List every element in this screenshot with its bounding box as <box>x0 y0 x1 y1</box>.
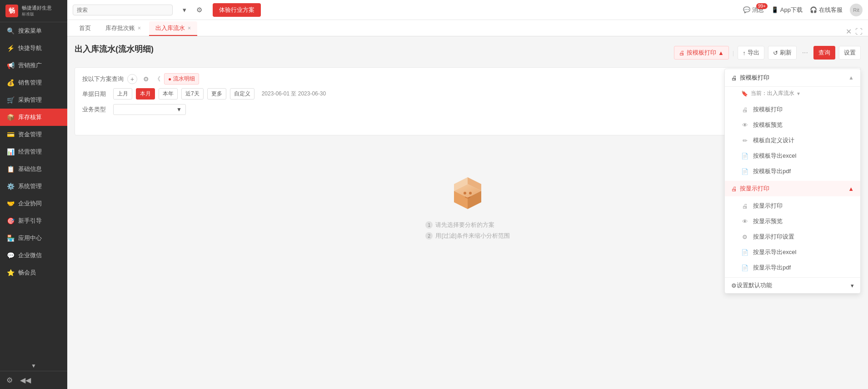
display-print-sub-header[interactable]: 🖨 按显示打印 ▲ <box>725 181 860 196</box>
printer-icon: 🖨 <box>679 50 685 56</box>
date-label: 单据日期 <box>82 90 106 98</box>
industry-btn[interactable]: 体验行业方案 <box>213 3 261 17</box>
lightning-icon: ⚡ <box>6 44 15 52</box>
more-options-btn[interactable]: ··· <box>800 49 810 57</box>
template-preview-icon: 👁 <box>741 121 748 129</box>
template-custom-item[interactable]: ✏ 模板自定义设计 <box>725 133 860 148</box>
sidebar-item-appcenter[interactable]: 🏪 应用中心 <box>0 229 67 247</box>
sidebar-item-inventory[interactable]: 📦 库存核算 <box>0 109 67 126</box>
basic-icon: 📋 <box>6 165 15 173</box>
template-pdf-icon: 📄 <box>741 168 748 175</box>
logo-text: 畅捷通好生意 <box>22 5 52 11</box>
sidebar-item-system[interactable]: ⚙️ 系统管理 <box>0 178 67 195</box>
sidebar-item-purchase[interactable]: 🛒 采购管理 <box>0 91 67 109</box>
wechat-icon: 💬 <box>6 251 15 259</box>
settings-icon[interactable]: ⚙ <box>193 4 205 16</box>
template-export-excel-item[interactable]: 📄 按模板导出excel <box>725 148 860 164</box>
display-settings-icon: ⚙ <box>741 233 748 240</box>
display-export-pdf-item[interactable]: 📄 按显示导出pdf <box>725 260 860 275</box>
tab-batch[interactable]: 库存批次账 × <box>99 21 147 36</box>
filter-chip-icon: ● <box>168 76 171 82</box>
display-print-header-icon: 🖨 <box>731 185 737 192</box>
inventory-icon: 📦 <box>6 113 15 121</box>
display-print-item[interactable]: 🖨 按显示打印 <box>725 198 860 214</box>
hint-num-2: 2 <box>425 232 433 239</box>
sidebar-item-operation[interactable]: 📊 经营管理 <box>0 143 67 160</box>
refresh-btn[interactable]: ↺ 刷新 <box>768 46 797 60</box>
sidebar-item-quicknav[interactable]: ⚡ 快捷导航 <box>0 40 67 57</box>
sidebar-item-search[interactable]: 🔍 搜索菜单 <box>0 22 67 40</box>
filter-add-btn[interactable]: + <box>127 74 137 84</box>
template-preview-item[interactable]: 👁 按模板预览 <box>725 117 860 133</box>
template-print-icon: 🖨 <box>741 106 748 113</box>
chevron-down-icon[interactable]: ▾ <box>178 4 191 16</box>
collapse-sidebar-icon[interactable]: ◀◀ <box>20 376 31 384</box>
toolbar-separator: | <box>733 50 734 56</box>
filter-settings-btn[interactable]: ⚙ <box>141 74 151 84</box>
hint-num-1: 1 <box>425 221 433 229</box>
search-icon: 🔍 <box>6 27 15 35</box>
content-area: 出入库流水(流水明细) 🖨 按模板打印 ▲ | ↑ 导出 ↺ 刷新 ··· <box>67 36 868 389</box>
sidebar-item-finance[interactable]: 💳 资金管理 <box>0 126 67 143</box>
template-print-item[interactable]: 🖨 按模板打印 <box>725 102 860 117</box>
business-label: 业务类型 <box>82 105 106 114</box>
query-btn[interactable]: 查询 <box>813 46 835 60</box>
sidebar-item-collab[interactable]: 🤝 企业协同 <box>0 195 67 212</box>
filter-chip-流水明细[interactable]: ● 流水明细 <box>164 73 199 85</box>
app-download-btn[interactable]: 📱 App下载 <box>771 6 803 14</box>
tab-flow-close[interactable]: × <box>188 25 191 31</box>
date-custom-btn[interactable]: 自定义 <box>230 88 254 100</box>
sidebar: 畅 畅捷通好生意 标准版 🔍 搜索菜单 ⚡ 快捷导航 📢 营销推广 💰 销售管理… <box>0 0 67 389</box>
topbar-search-input[interactable] <box>73 5 173 15</box>
date-filter: 上月 本月 本年 近7天 更多 自定义 <box>113 88 254 100</box>
display-section: 🖨 按显示打印 👁 按显示预览 ⚙ 按显示打印设置 📄 <box>725 196 860 277</box>
svg-point-4 <box>469 192 472 194</box>
maximize-icon[interactable]: ⛶ <box>855 28 863 36</box>
sidebar-item-marketing[interactable]: 📢 营销推广 <box>0 57 67 74</box>
display-export-excel-item[interactable]: 📄 按显示导出excel <box>725 244 860 260</box>
appcenter-icon: 🏪 <box>6 234 15 242</box>
marketing-icon: 📢 <box>6 61 15 70</box>
template-export-pdf-item[interactable]: 📄 按模板导出pdf <box>725 164 860 179</box>
restore-icon[interactable]: ✕ <box>846 27 852 36</box>
export-btn[interactable]: ↑ 导出 <box>738 46 764 60</box>
tab-home[interactable]: 首页 <box>73 21 97 36</box>
logo-icon: 畅 <box>5 5 18 17</box>
sidebar-item-basic[interactable]: 📋 基础信息 <box>0 160 67 178</box>
online-service-btn[interactable]: 🎧 在线客服 <box>810 6 843 14</box>
messages-btn[interactable]: 💬 消息 99+ <box>743 6 764 14</box>
print-template-btn[interactable]: 🖨 按模板打印 ▲ <box>674 46 729 60</box>
dropdown-footer[interactable]: ⚙ 设置默认功能 ▾ <box>725 277 860 293</box>
display-preview-item[interactable]: 👁 按显示预览 <box>725 214 860 229</box>
sidebar-item-member[interactable]: ⭐ 畅会员 <box>0 264 67 281</box>
tab-flow[interactable]: 出入库流水 × <box>149 21 197 36</box>
dropdown-header: 🖨 按模板打印 ▲ <box>725 69 860 87</box>
export-icon: ↑ <box>743 50 746 56</box>
sidebar-logo: 畅 畅捷通好生意 标准版 <box>0 0 67 22</box>
user-avatar-area[interactable]: Rit <box>850 4 863 16</box>
sidebar-item-sales[interactable]: 💰 销售管理 <box>0 74 67 91</box>
filter-collapse-horizontal-btn[interactable]: 《 <box>155 75 160 83</box>
date-more-btn[interactable]: 更多 <box>207 88 226 100</box>
sidebar-scroll-down[interactable]: ▼ <box>0 361 67 371</box>
sidebar-item-corpwechat[interactable]: 💬 企业微信 <box>0 247 67 264</box>
settings-bottom-icon[interactable]: ⚙ <box>6 376 13 384</box>
date-this-year-btn[interactable]: 本年 <box>159 88 178 100</box>
empty-icon <box>445 168 490 214</box>
dropdown-up-arrow[interactable]: ▲ <box>848 75 854 81</box>
date-range-display: 2023-06-01 至 2023-06-30 <box>262 90 326 98</box>
collab-icon: 🤝 <box>6 199 15 208</box>
empty-hint-1: 1 请先选择要分析的方案 <box>425 221 509 229</box>
date-last-7-days-btn[interactable]: 近7天 <box>181 88 204 100</box>
display-section-up-arrow: ▲ <box>848 185 854 192</box>
sidebar-item-guide[interactable]: 🎯 新手引导 <box>0 212 67 229</box>
date-this-month-btn[interactable]: 本月 <box>136 88 155 100</box>
settings-btn[interactable]: 设置 <box>839 46 861 60</box>
sales-icon: 💰 <box>6 79 15 87</box>
date-last-month-btn[interactable]: 上月 <box>113 88 132 100</box>
template-excel-icon: 📄 <box>741 152 748 160</box>
tab-batch-close[interactable]: × <box>138 25 141 31</box>
display-print-settings-item[interactable]: ⚙ 按显示打印设置 <box>725 229 860 244</box>
business-type-select[interactable]: ▼ <box>113 104 186 115</box>
refresh-icon: ↺ <box>773 50 778 56</box>
